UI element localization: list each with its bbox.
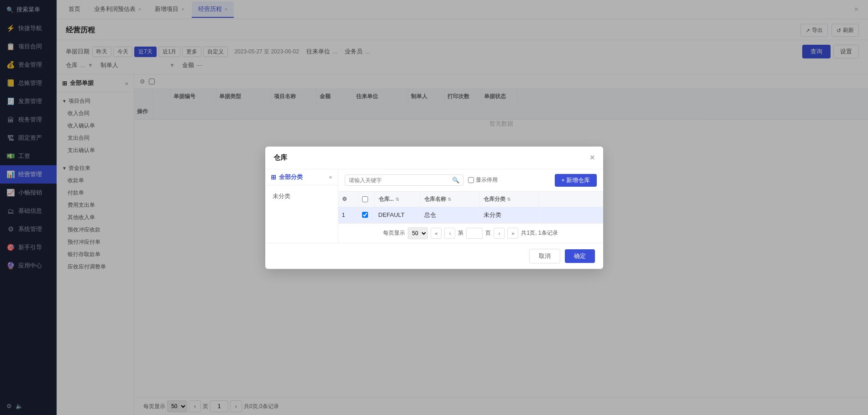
modal-close-button[interactable]: × xyxy=(590,153,595,163)
modal-per-page-select[interactable]: 50 xyxy=(408,227,428,239)
col-category-sort[interactable]: ⇅ xyxy=(507,197,510,202)
modal-search-box: 🔍 xyxy=(345,174,463,186)
show-disabled-label[interactable]: 显示停用 xyxy=(468,176,498,184)
modal-total-label: 共1页, 1条记录 xyxy=(521,229,558,237)
modal-right-panel: 🔍 显示停用 + 新增仓库 ⚙ xyxy=(338,169,603,243)
col-name-label: 仓库名称 xyxy=(424,195,446,203)
col-settings: ⚙ xyxy=(338,192,358,207)
modal-all-category-label: 全部分类 xyxy=(279,173,303,181)
modal-table-body: 1 DEFAULT 总仓 未分类 xyxy=(338,207,603,223)
modal-per-page-label: 每页显示 xyxy=(383,229,405,237)
modal-page-input[interactable]: 1 xyxy=(466,228,483,239)
modal-overlay: 仓库 × ⊞ 全部分类 « 未分类 🔍 xyxy=(0,0,868,415)
col-name: 仓库名称 ⇅ xyxy=(421,192,480,207)
modal-footer-pagination: 每页显示 50 « ‹ 第 1 页 › » 共1页, 1条记录 xyxy=(338,223,603,243)
modal-search-input[interactable] xyxy=(349,177,449,184)
col-code-label: 仓库... xyxy=(379,195,394,203)
modal-page-label: 第 xyxy=(458,229,463,237)
modal-last-page-button[interactable]: » xyxy=(507,228,518,239)
modal-page-suffix: 页 xyxy=(485,229,491,237)
col-code-sort[interactable]: ⇅ xyxy=(395,197,399,202)
modal-title: 仓库 xyxy=(274,153,287,162)
row-checkbox[interactable] xyxy=(358,207,375,223)
modal-select-all-checkbox[interactable] xyxy=(362,196,368,202)
cancel-button[interactable]: 取消 xyxy=(529,249,560,263)
modal-left-panel: ⊞ 全部分类 « 未分类 xyxy=(265,169,338,243)
modal-grid-icon: ⊞ xyxy=(271,173,276,181)
modal-table: ⚙ 仓库... ⇅ 仓库名称 ⇅ xyxy=(338,192,603,223)
modal-left-item-未分类[interactable]: 未分类 xyxy=(265,189,338,204)
modal-first-page-button[interactable]: « xyxy=(431,228,442,239)
add-warehouse-button[interactable]: + 新增仓库 xyxy=(555,174,596,187)
modal-header: 仓库 × xyxy=(265,147,603,169)
row-category: 未分类 xyxy=(480,207,539,223)
col-name-sort[interactable]: ⇅ xyxy=(447,197,451,202)
modal-left-header: ⊞ 全部分类 « xyxy=(265,169,338,185)
row-code: DEFAULT xyxy=(375,207,421,223)
warehouse-modal: 仓库 × ⊞ 全部分类 « 未分类 🔍 xyxy=(265,147,603,269)
modal-toolbar: 🔍 显示停用 + 新增仓库 xyxy=(338,169,603,192)
modal-body: ⊞ 全部分类 « 未分类 🔍 显示停用 xyxy=(265,169,603,243)
add-warehouse-label: + 新增仓库 xyxy=(561,176,590,184)
modal-left-items: 未分类 xyxy=(265,185,338,243)
show-disabled-checkbox[interactable] xyxy=(468,177,474,183)
col-settings-icon[interactable]: ⚙ xyxy=(342,196,347,202)
modal-left-collapse-button[interactable]: « xyxy=(329,173,332,180)
row-index: 1 xyxy=(338,207,358,223)
col-category: 仓库分类 ⇅ xyxy=(480,192,539,207)
row-name: 总仓 xyxy=(421,207,480,223)
modal-table-header: ⚙ 仓库... ⇅ 仓库名称 ⇅ xyxy=(338,192,603,207)
modal-search-icon: 🔍 xyxy=(452,177,459,184)
col-category-label: 仓库分类 xyxy=(484,195,505,203)
col-checkbox xyxy=(358,192,375,207)
confirm-button[interactable]: 确定 xyxy=(565,249,595,263)
modal-table-row[interactable]: 1 DEFAULT 总仓 未分类 xyxy=(338,207,603,223)
show-disabled-text: 显示停用 xyxy=(476,176,498,184)
row-select-checkbox[interactable] xyxy=(362,212,368,218)
modal-prev-page-button[interactable]: ‹ xyxy=(444,228,455,239)
col-code: 仓库... ⇅ xyxy=(375,192,421,207)
modal-actions: 取消 确定 xyxy=(265,243,603,269)
modal-next-page-button[interactable]: › xyxy=(494,228,505,239)
